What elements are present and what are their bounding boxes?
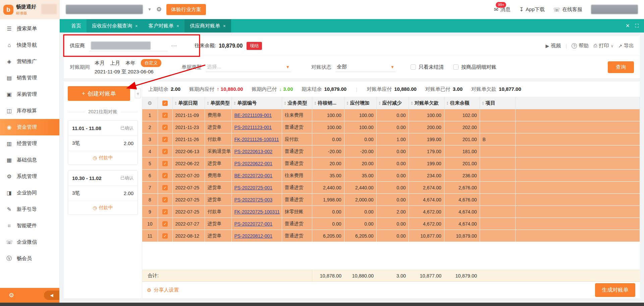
sort-icon[interactable]: ▲▼ — [346, 101, 349, 105]
sidebar-item-collab[interactable]: ◨企业协同 — [0, 185, 59, 201]
select-all-checkbox[interactable]: ✓ — [162, 101, 168, 106]
sort-icon[interactable]: ▲▼ — [411, 101, 413, 105]
sidebar-item-settings[interactable]: ⚙系统管理 — [0, 168, 59, 185]
status-select[interactable]: 全部 ▼ — [335, 62, 396, 72]
column-header-2[interactable]: ▲▼单据编号 — [231, 97, 282, 109]
query-button[interactable]: 查询 — [608, 61, 634, 73]
sort-icon[interactable]: ▲▼ — [379, 101, 381, 105]
row-checkbox[interactable]: ✓ — [162, 185, 168, 190]
redacted-company-selector[interactable] — [66, 5, 143, 14]
doc-number-link[interactable]: PS-20220727-001 — [234, 221, 273, 227]
generate-statement-button[interactable]: 生成对账单 — [595, 283, 635, 297]
detail-checkbox[interactable] — [453, 64, 459, 70]
column-header-6[interactable]: ▲▼应付减少 — [376, 97, 409, 109]
sidebar-item-guide[interactable]: ✎新手引导 — [0, 201, 59, 218]
tab-2[interactable]: 客户对账单× — [143, 19, 185, 33]
tab-0[interactable]: 首页 — [66, 19, 87, 33]
row-checkbox[interactable]: ✓ — [162, 197, 168, 202]
column-gear-icon[interactable]: ⚙ — [148, 100, 152, 106]
table-row[interactable]: 4✓2022-06-13采购退货单PS-20220613-002普通进货-20.… — [142, 145, 640, 158]
doc-number-link[interactable]: PS-20220613-002 — [234, 149, 273, 154]
row-checkbox[interactable]: ✓ — [162, 209, 168, 215]
card-state-button[interactable]: ◷付款中 — [68, 151, 138, 165]
sort-icon[interactable]: ▲▼ — [446, 101, 449, 105]
row-checkbox[interactable]: ✓ — [162, 113, 168, 118]
tab-1[interactable]: 应收应付余额查询× — [87, 19, 143, 33]
row-checkbox[interactable]: ✓ — [162, 173, 168, 178]
detail-checkbox-row[interactable]: 按商品明细对账 — [453, 64, 496, 70]
doc-number-link[interactable]: FK-20220725-100311 — [234, 209, 280, 215]
column-header-8[interactable]: ▲▼往来余额 — [444, 97, 480, 109]
period-option-custom[interactable]: 自定义 — [141, 59, 161, 67]
row-checkbox[interactable]: ✓ — [162, 149, 168, 154]
period-option-1[interactable]: 上月 — [110, 60, 120, 66]
experience-plan-button[interactable]: 体验行业方案 — [166, 4, 206, 15]
tab-close-icon[interactable]: × — [135, 23, 138, 28]
online-service-button[interactable]: ☏ 在线客服 — [553, 6, 582, 13]
column-settings-header[interactable]: ⚙ — [142, 97, 158, 109]
table-row[interactable]: 5✓2022-06-22进货单PS-20220622-001普通进货20.002… — [142, 158, 640, 170]
chevron-down-icon[interactable]: ▼ — [148, 7, 152, 12]
table-row[interactable]: 2✓2021-11-23进货单PS-20211123-001普通进货100.00… — [142, 121, 640, 133]
period-option-2[interactable]: 本年 — [125, 60, 136, 66]
header-gear-icon[interactable]: ⚙ — [156, 6, 162, 13]
sidebar-item-purchase[interactable]: ▣采购管理 — [0, 86, 59, 103]
close-all-tabs-icon[interactable]: ✕ — [626, 23, 630, 29]
period-option-0[interactable]: 本月 — [95, 60, 105, 66]
sidebar-item-funds[interactable]: ◉资金管理 — [0, 119, 59, 135]
column-header-7[interactable]: ▲▼对账单欠款 — [409, 97, 444, 109]
doc-number-link[interactable]: BE-20211109-001 — [234, 113, 272, 118]
sidebar-item-info[interactable]: ▦基础信息 — [0, 152, 59, 168]
app-download-button[interactable]: ↧ App下载 — [519, 6, 545, 13]
row-checkbox[interactable]: ✓ — [162, 125, 168, 130]
tab-3[interactable]: 供应商对账单× — [184, 19, 231, 33]
sidebar-item-wechat[interactable]: ☏企业微信 — [0, 234, 59, 250]
doc-number-link[interactable]: PS-20211123-001 — [234, 125, 272, 130]
doc-type-select[interactable]: 选择... ▼ — [206, 62, 291, 72]
column-header-1[interactable]: ▲▼单据类型 — [205, 97, 231, 109]
sidebar-item-search[interactable]: ☰搜索菜单 — [0, 20, 59, 37]
unsettled-checkbox[interactable] — [411, 64, 416, 70]
sidebar-item-member[interactable]: Ⓥ畅会员 — [0, 250, 59, 267]
card-state-button[interactable]: ◷付款中 — [68, 201, 138, 215]
unsettled-checkbox-row[interactable]: 只看未结清 — [411, 64, 444, 70]
row-checkbox[interactable]: ✓ — [162, 137, 168, 142]
sidebar-item-inventory[interactable]: ◫库存核算 — [0, 103, 59, 119]
doc-number-link[interactable]: PS-20220812-001 — [234, 233, 273, 239]
column-header-5[interactable]: ▲▼应付增加 — [344, 97, 376, 109]
messages-button[interactable]: 99+ ✉ 消息 — [494, 6, 510, 13]
table-row[interactable]: 1✓2021-11-09费用单BE-20211109-001往来费用100.00… — [142, 109, 640, 121]
sidebar-item-sales[interactable]: ▤销售管理 — [0, 70, 59, 86]
export-button[interactable]: ↗ 导出 — [618, 43, 634, 49]
sort-icon[interactable]: ▲▼ — [175, 101, 177, 105]
print-button[interactable]: ⎙ 打印 ∨ — [593, 43, 613, 49]
row-checkbox[interactable]: ✓ — [162, 233, 168, 239]
collapse-sidebar-button[interactable]: ◀ — [44, 291, 59, 300]
supplier-input[interactable] — [89, 41, 168, 51]
doc-number-link[interactable]: BE-20220720-001 — [234, 173, 273, 178]
period-card[interactable]: 11.01 - 11.08已确认3笔2.00◷付款中 — [68, 120, 138, 165]
sidebar-item-home[interactable]: ⌂快捷导航 — [0, 37, 59, 53]
help-button[interactable]: ? 帮助 — [572, 43, 589, 49]
share-settings-button[interactable]: ⚙ 分享人设置 — [147, 287, 179, 293]
sort-icon[interactable]: ▲▼ — [207, 101, 209, 105]
create-statement-button[interactable]: + 创建对账单 — [68, 86, 130, 101]
period-card[interactable]: 10.30 - 11.02已确认3笔2.00◷付款中 — [68, 170, 138, 215]
expand-icon[interactable]: ⛶ — [635, 23, 639, 29]
sidebar-item-operations[interactable]: ▥经营管理 — [0, 135, 59, 152]
settings-gear-icon[interactable]: ⚙ — [9, 292, 14, 299]
column-header-9[interactable]: ▲▼项目 — [480, 97, 515, 109]
doc-number-link[interactable]: PS-20220622-001 — [234, 161, 273, 166]
table-row[interactable]: 9✓2022-07-25付款单FK-20220725-100311抹零挂账0.0… — [142, 206, 640, 218]
select-all-header[interactable]: ✓ — [158, 97, 172, 109]
column-header-0[interactable]: ▲▼单据日期 — [172, 97, 205, 109]
table-row[interactable]: 6✓2022-07-20费用单BE-20220720-001往来费用35.003… — [142, 170, 640, 182]
doc-number-link[interactable]: FK-20211126-100311 — [234, 137, 279, 142]
sort-icon[interactable]: ▲▼ — [314, 101, 317, 105]
sidebar-item-hardware[interactable]: ⌗智能硬件 — [0, 218, 59, 234]
collapse-panel-button[interactable]: « — [135, 88, 141, 98]
sort-icon[interactable]: ▲▼ — [482, 101, 484, 105]
table-row[interactable]: 7✓2022-07-25进货单PS-20220725-001普通进货2,440.… — [142, 182, 640, 194]
table-row[interactable]: 11✓2022-08-12进货单PS-20220812-001普通进货6,205… — [142, 230, 640, 242]
table-row[interactable]: 10✓2022-07-27进货单PS-20220727-001普通进货0.000… — [142, 218, 640, 230]
